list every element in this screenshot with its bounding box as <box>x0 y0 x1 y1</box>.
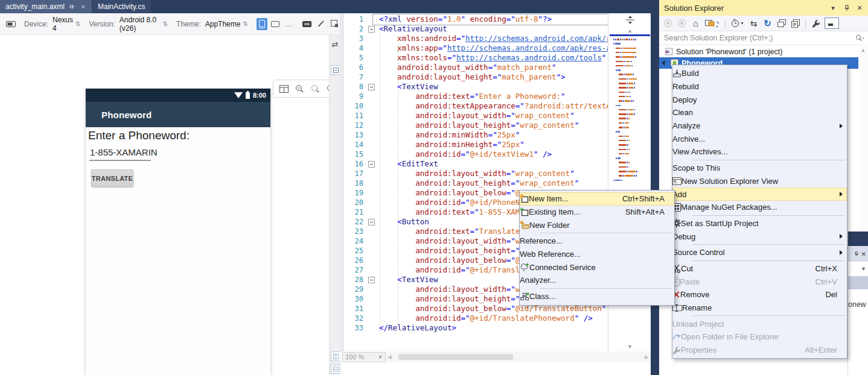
textview-widget[interactable]: Enter a Phoneword: <box>88 129 190 142</box>
rename-menu-item[interactable]: Rename <box>672 301 847 315</box>
version-select[interactable]: Android 8.0 (v26) <box>120 16 161 33</box>
refresh-icon[interactable]: ↻ <box>762 18 773 28</box>
phone-preview[interactable]: 8:00 Phoneword Enter a Phoneword: 1-855-… <box>85 88 271 375</box>
split-view-icon[interactable] <box>331 65 340 75</box>
portrait-orientation-button[interactable] <box>257 18 267 30</box>
properties-title-bar[interactable]: ✕ <box>848 246 868 262</box>
close-icon[interactable]: ✕ <box>861 251 866 257</box>
tree-vertical-scrollbar[interactable]: ▲ <box>858 45 868 232</box>
android-designer-surface[interactable]: 8:00 Phoneword Enter a Phoneword: 1-855-… <box>0 35 329 375</box>
paste-menu-item[interactable]: PasteCtrl+V <box>672 275 847 288</box>
theme-select[interactable]: AppTheme <box>205 20 241 28</box>
home-icon[interactable]: ⌂ <box>691 18 701 28</box>
minimap-viewport-indicator[interactable] <box>610 34 650 36</box>
swap-panes-icon[interactable]: ⇄ <box>331 40 339 48</box>
edittext-widget[interactable]: 1-855-XAMARIN <box>90 147 158 157</box>
tree-expander-icon[interactable] <box>662 60 668 66</box>
cut-menu-item[interactable]: CutCtrl+X <box>672 262 847 276</box>
layout-grid-icon[interactable] <box>279 85 289 93</box>
editor-split-handle-icon[interactable] <box>608 14 651 25</box>
translate-button-widget[interactable]: TRANSLATE <box>91 169 133 187</box>
reference-menu-item[interactable]: Reference... <box>520 235 674 248</box>
solution-explorer-title-bar[interactable]: Solution Explorer ▾ ✕ <box>659 0 868 16</box>
horizontal-split-icon[interactable] <box>331 364 340 374</box>
add-menu-item[interactable]: Add <box>672 188 847 201</box>
analyzer-menu-item[interactable]: Analyzer... <box>520 274 674 287</box>
scroll-up-icon[interactable]: ▲ <box>608 28 651 34</box>
collapse-all-icon[interactable] <box>790 18 800 28</box>
pin-icon[interactable] <box>841 3 851 13</box>
updown-icon[interactable]: ⇅ <box>75 20 80 27</box>
unload-project-menu-item[interactable]: Unload Project <box>672 317 847 330</box>
scroll-down-icon[interactable]: ▼ <box>608 344 651 350</box>
deploy-menu-item[interactable]: Deploy <box>672 93 847 106</box>
landscape-orientation-button[interactable] <box>270 18 281 30</box>
build-menu-item[interactable]: Build <box>672 67 847 80</box>
tree-item-solution-phoneword-1-project[interactable]: ∞Solution 'Phoneword' (1 project) <box>659 46 858 57</box>
zoom-out-icon[interactable] <box>295 84 304 93</box>
zoom-fit-icon[interactable] <box>311 84 320 93</box>
set-as-startup-project-menu-item[interactable]: Set as StartUp Project <box>672 217 847 230</box>
new-item-menu-item[interactable]: New Item...Ctrl+Shift+A <box>520 192 674 206</box>
existing-item-menu-item[interactable]: Existing Item...Shift+Alt+A <box>520 206 674 219</box>
search-input[interactable] <box>659 33 855 43</box>
view-archives-menu-item[interactable]: View Archives... <box>672 145 847 159</box>
new-folder-menu-item[interactable]: New Folder <box>520 218 674 232</box>
tab-activity-main-axml[interactable]: activity_main.axml × <box>0 0 92 13</box>
sync-with-active-document-icon[interactable] <box>704 18 720 28</box>
alternate-layout-button[interactable] <box>329 18 340 30</box>
tab-mainactivity-cs[interactable]: MainActivity.cs <box>92 0 150 13</box>
pending-changes-filter-icon[interactable] <box>730 18 745 28</box>
updown-icon[interactable]: ⇅ <box>163 20 168 27</box>
clean-menu-item[interactable]: Clean <box>672 106 847 119</box>
vertical-split-icon[interactable] <box>331 351 340 361</box>
new-solution-explorer-view-menu-item[interactable]: New Solution Explorer View <box>672 175 847 188</box>
fold-collapse-box[interactable] <box>368 26 375 33</box>
source-control-menu-item[interactable]: Source Control <box>672 246 847 259</box>
preview-selected-items-icon[interactable] <box>825 17 839 29</box>
scope-to-this-menu-item[interactable]: Scope to This <box>672 162 847 175</box>
analyze-menu-item[interactable]: Analyze <box>672 119 847 133</box>
rebuild-menu-item[interactable]: Rebuild <box>672 80 847 93</box>
search-icon[interactable] <box>855 34 864 42</box>
connected-service-menu-item[interactable]: Connected Service <box>520 260 674 274</box>
updown-icon[interactable]: ⇅ <box>243 20 247 27</box>
scroll-left-icon[interactable]: ◀ <box>388 354 392 360</box>
more-options-button[interactable]: … <box>284 18 295 30</box>
pin-icon[interactable] <box>69 4 75 10</box>
pin-icon[interactable] <box>854 251 859 257</box>
forward-icon[interactable] <box>677 18 687 28</box>
sync-icon[interactable]: ⇆ <box>748 18 759 28</box>
properties-object-dropdown[interactable]: ▼ <box>848 263 868 275</box>
theme-brush-button[interactable] <box>316 18 327 30</box>
remove-menu-item[interactable]: RemoveDel <box>672 288 847 301</box>
properties-menu-item[interactable]: PropertiesAlt+Enter <box>672 344 847 357</box>
properties-selected-row[interactable] <box>848 276 868 289</box>
fold-collapse-box[interactable] <box>368 84 375 90</box>
fold-collapse-box[interactable] <box>368 277 375 283</box>
web-reference-menu-item[interactable]: Web Reference... <box>520 248 674 261</box>
class-menu-item[interactable]: Class... <box>520 290 674 303</box>
horizontal-scrollbar[interactable] <box>394 353 643 361</box>
back-icon[interactable] <box>663 18 673 28</box>
scroll-up-icon[interactable]: ▲ <box>858 47 868 53</box>
fold-collapse-box[interactable] <box>368 161 375 168</box>
editor-zoom-select[interactable]: 100 % ▼ <box>342 352 386 362</box>
close-icon[interactable]: ✕ <box>855 3 864 13</box>
open-folder-in-file-explorer-menu-item[interactable]: Open Folder in File Explorer <box>672 330 847 344</box>
properties-wrench-icon[interactable] <box>811 18 821 28</box>
close-icon[interactable]: × <box>80 4 86 10</box>
line-number: 7 <box>345 72 363 82</box>
scroll-right-icon[interactable]: ▶ <box>645 354 649 360</box>
screen-settings-button[interactable] <box>302 18 313 30</box>
designer-editor-splitter[interactable]: ⇄ <box>329 35 340 375</box>
archive-menu-item[interactable]: Archive... <box>672 132 847 145</box>
window-position-icon[interactable]: ▾ <box>828 3 838 13</box>
line-number: 22 <box>345 217 363 227</box>
debug-menu-item[interactable]: Debug <box>672 230 847 243</box>
device-select[interactable]: Nexus 4 <box>53 16 73 33</box>
manage-nuget-packages-menu-item[interactable]: Manage NuGet Packages... <box>672 201 847 214</box>
show-all-files-icon[interactable] <box>776 18 787 28</box>
fold-collapse-box[interactable] <box>368 219 375 225</box>
horizontal-scroll-thumb[interactable] <box>398 354 513 360</box>
